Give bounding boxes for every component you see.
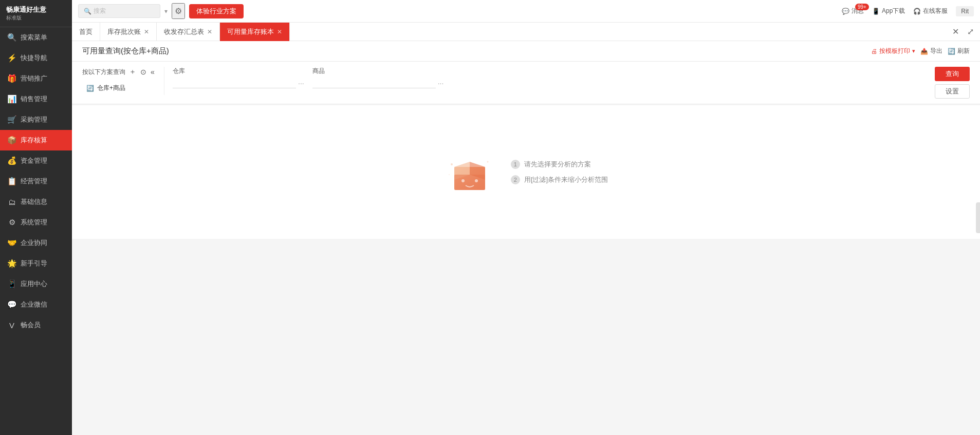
sidebar-label-quick-nav: 快捷导航 — [21, 53, 47, 63]
page-content: 可用量查询(按仓库+商品) 🖨 按模板打印 ▾ 📤 导出 🔄 刷新 — [72, 41, 980, 435]
app-download-btn[interactable]: 📱 App下载 — [872, 7, 905, 15]
scroll-indicator — [976, 202, 980, 233]
sidebar-item-app-center[interactable]: 📱应用中心 — [0, 274, 72, 294]
sidebar-item-sales[interactable]: 📊销售管理 — [0, 89, 72, 109]
tip-text-1: 请先选择要分析的方案 — [524, 160, 591, 169]
scheme-item-warehouse-product[interactable]: 🔄 仓库+商品 — [82, 81, 156, 95]
sidebar-item-wechat[interactable]: 💬企业微信 — [0, 294, 72, 315]
sidebar-icon-system: ⚙ — [7, 218, 16, 227]
tab-close-collect-summary[interactable]: ✕ — [207, 28, 212, 35]
tab-label-home: 首页 — [79, 27, 93, 36]
svg-point-6 — [451, 163, 453, 165]
tab-label-batch-account: 库存批次账 — [107, 27, 141, 36]
sidebar-item-system[interactable]: ⚙系统管理 — [0, 212, 72, 233]
sidebar-icon-guide: 🌟 — [7, 259, 16, 268]
maximize-btn[interactable]: ⤢ — [965, 25, 976, 39]
topbar: 🔍 搜索 ▾ ⚙ 体验行业方案 💬 消息 99+ 📱 App下载 🎧 在线客服 … — [72, 0, 980, 23]
sidebar-item-quick-nav[interactable]: ⚡快捷导航 — [0, 48, 72, 68]
sidebar-logo: 畅康通好生意 标准版 — [0, 0, 72, 27]
tabs-right-actions: ✕ ⤢ — [950, 25, 980, 39]
sidebar-label-guide: 新手引导 — [21, 259, 47, 268]
sidebar-icon-basic: 🗂 — [7, 198, 16, 206]
sidebar-label-member: 畅会员 — [21, 320, 41, 330]
add-scheme-btn[interactable]: ＋ — [128, 67, 137, 77]
empty-state: 1 请先选择要分析的方案 2 用[过滤]条件来缩小分析范围 — [72, 105, 980, 239]
empty-illustration — [444, 146, 495, 198]
refresh-icon: 🔄 — [948, 48, 955, 55]
sidebar-item-basic[interactable]: 🗂基础信息 — [0, 192, 72, 212]
tab-collect-summary[interactable]: 收发存汇总表 ✕ — [157, 23, 220, 41]
warehouse-label: 仓库 — [173, 67, 304, 75]
gear-button[interactable]: ⚙ — [172, 3, 185, 19]
tab-close-available-ledger[interactable]: ✕ — [277, 28, 282, 35]
page-title: 可用量查询(按仓库+商品) — [82, 46, 169, 56]
tip-text-2: 用[过滤]条件来缩小分析范围 — [524, 175, 608, 184]
search-icon: 🔍 — [84, 8, 91, 15]
sidebar-item-inventory[interactable]: 📦库存核算 — [0, 130, 72, 150]
warehouse-input[interactable] — [173, 78, 296, 88]
filter-scheme: 按以下方案查询 ＋ ⊙ « 🔄 仓库+商品 — [82, 67, 164, 95]
sidebar-icon-marketing: 🎁 — [7, 74, 16, 83]
message-badge: 99+ — [855, 4, 869, 10]
sidebar-icon-quick-nav: ⚡ — [7, 53, 16, 63]
sidebar-item-member[interactable]: V畅会员 — [0, 315, 72, 335]
print-btn[interactable]: 🖨 按模板打印 ▾ — [871, 47, 915, 55]
topbar-right: 💬 消息 99+ 📱 App下载 🎧 在线客服 Rit — [842, 6, 974, 16]
product-input[interactable] — [312, 78, 436, 88]
sidebar-label-system: 系统管理 — [21, 218, 47, 227]
sidebar-icon-wechat: 💬 — [7, 300, 16, 309]
filter-actions: 查询 设置 — [935, 67, 970, 99]
filter-fields: 仓库 ··· 商品 ··· — [173, 67, 935, 88]
header-actions: 🖨 按模板打印 ▾ 📤 导出 🔄 刷新 — [871, 47, 970, 55]
sidebar-label-purchase: 采购管理 — [21, 115, 47, 124]
sidebar: 畅康通好生意 标准版 🔍搜索菜单⚡快捷导航🎁营销推广📊销售管理🛒采购管理📦库存核… — [0, 0, 72, 435]
search-box[interactable]: 🔍 搜索 — [78, 4, 160, 18]
tab-batch-account[interactable]: 库存批次账 ✕ — [100, 23, 157, 41]
main-area: 🔍 搜索 ▾ ⚙ 体验行业方案 💬 消息 99+ 📱 App下载 🎧 在线客服 … — [72, 0, 980, 435]
sidebar-icon-sales: 📊 — [7, 94, 16, 104]
scheme-header: 按以下方案查询 ＋ ⊙ « — [82, 67, 156, 77]
sidebar-item-marketing[interactable]: 🎁营销推广 — [0, 68, 72, 89]
headset-icon: 🎧 — [913, 8, 921, 15]
tab-label-collect-summary: 收发存汇总表 — [164, 27, 204, 36]
query-btn[interactable]: 查询 — [935, 67, 970, 81]
collapse-scheme-btn[interactable]: « — [150, 67, 155, 77]
product-label: 商品 — [312, 67, 444, 75]
sidebar-item-purchase[interactable]: 🛒采购管理 — [0, 109, 72, 130]
edit-scheme-btn[interactable]: ⊙ — [140, 67, 147, 77]
empty-content: 1 请先选择要分析的方案 2 用[过滤]条件来缩小分析范围 — [444, 146, 608, 198]
close-tab-btn[interactable]: ✕ — [950, 25, 961, 39]
industry-btn[interactable]: 体验行业方案 — [189, 4, 244, 18]
sidebar-label-sales: 销售管理 — [21, 94, 47, 104]
sidebar-item-finance[interactable]: 💰资金管理 — [0, 150, 72, 171]
message-btn[interactable]: 💬 消息 99+ — [842, 7, 864, 15]
settings-btn[interactable]: 设置 — [935, 84, 970, 99]
print-dropdown-icon[interactable]: ▾ — [912, 48, 915, 54]
tab-home[interactable]: 首页 — [72, 23, 100, 41]
sidebar-item-search[interactable]: 🔍搜索菜单 — [0, 27, 72, 48]
refresh-btn[interactable]: 🔄 刷新 — [948, 47, 970, 55]
search-placeholder: 搜索 — [94, 7, 106, 15]
tip-num-1: 1 — [511, 160, 520, 169]
message-icon: 💬 — [842, 8, 849, 15]
user-menu[interactable]: Rit — [956, 6, 974, 16]
sidebar-label-app-center: 应用中心 — [21, 279, 47, 289]
dropdown-icon[interactable]: ▾ — [164, 8, 168, 15]
sidebar-logo-title: 畅康通好生意 — [6, 5, 46, 14]
sidebar-icon-purchase: 🛒 — [7, 115, 16, 124]
warehouse-more-btn[interactable]: ··· — [298, 79, 304, 87]
filter-area: 按以下方案查询 ＋ ⊙ « 🔄 仓库+商品 仓库 ··· — [72, 62, 980, 104]
sidebar-icon-search: 🔍 — [7, 33, 16, 42]
svg-point-7 — [487, 161, 488, 163]
sidebar-item-enterprise[interactable]: 🤝企业协同 — [0, 233, 72, 253]
product-more-btn[interactable]: ··· — [438, 79, 444, 87]
sidebar-item-guide[interactable]: 🌟新手引导 — [0, 253, 72, 274]
product-input-wrap: ··· — [312, 78, 444, 88]
export-btn[interactable]: 📤 导出 — [920, 47, 942, 55]
tip-item-2: 2 用[过滤]条件来缩小分析范围 — [511, 175, 608, 184]
service-btn[interactable]: 🎧 在线客服 — [913, 7, 948, 15]
sidebar-item-operations[interactable]: 📋经营管理 — [0, 171, 72, 192]
sidebar-icon-inventory: 📦 — [7, 136, 16, 145]
tab-close-batch-account[interactable]: ✕ — [144, 28, 149, 35]
tab-available-ledger[interactable]: 可用量库存账本 ✕ — [220, 23, 290, 41]
